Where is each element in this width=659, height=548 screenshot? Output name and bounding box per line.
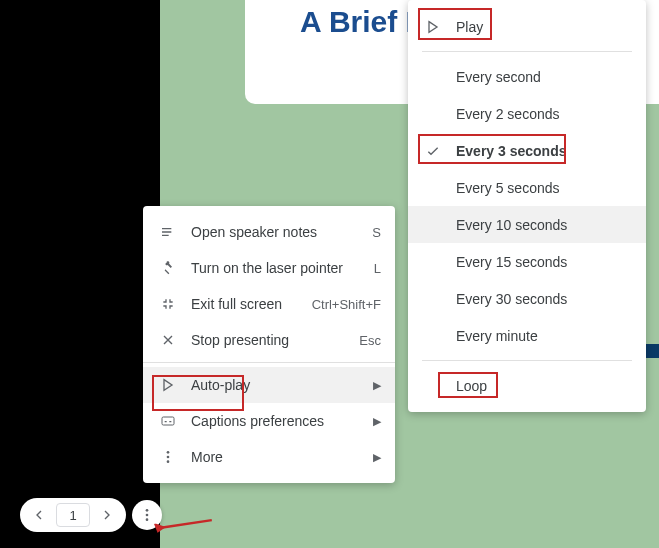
menu-item-captions-preferences[interactable]: Captions preferences ▶	[143, 403, 395, 439]
menu-item-stop-presenting[interactable]: Stop presenting Esc	[143, 322, 395, 358]
menu-shortcut: S	[372, 225, 381, 240]
menu-label: Exit full screen	[179, 296, 312, 312]
menu-label: Turn on the laser pointer	[179, 260, 374, 276]
menu-item-auto-play[interactable]: Auto-play ▶	[143, 367, 395, 403]
menu-label: Stop presenting	[179, 332, 359, 348]
submenu-label: Every 10 seconds	[444, 217, 632, 233]
menu-shortcut: Esc	[359, 333, 381, 348]
svg-point-4	[146, 509, 149, 512]
submenu-label: Every 3 seconds	[444, 143, 632, 159]
submenu-item-every-5-seconds[interactable]: Every 5 seconds	[408, 169, 646, 206]
prev-slide-button[interactable]	[26, 502, 52, 528]
more-vertical-icon	[157, 449, 179, 465]
menu-shortcut: L	[374, 261, 381, 276]
slide-controls: 1	[20, 498, 162, 532]
play-icon	[422, 19, 444, 35]
page-number[interactable]: 1	[56, 503, 90, 527]
menu-label: Captions preferences	[179, 413, 373, 429]
svg-point-2	[167, 456, 170, 459]
svg-point-6	[146, 518, 149, 521]
submenu-item-loop[interactable]: Loop	[408, 367, 646, 404]
menu-label: Auto-play	[179, 377, 373, 393]
submenu-item-play[interactable]: Play	[408, 8, 646, 45]
submenu-item-every-15-seconds[interactable]: Every 15 seconds	[408, 243, 646, 280]
menu-item-open-speaker-notes[interactable]: Open speaker notes S	[143, 214, 395, 250]
svg-point-3	[167, 460, 170, 463]
submenu-arrow-icon: ▶	[373, 379, 381, 392]
captions-icon	[157, 413, 179, 429]
menu-item-more[interactable]: More ▶	[143, 439, 395, 475]
next-slide-button[interactable]	[94, 502, 120, 528]
presenter-context-menu: Open speaker notes S Turn on the laser p…	[143, 206, 395, 483]
submenu-label: Every 2 seconds	[444, 106, 632, 122]
exit-fullscreen-icon	[157, 296, 179, 312]
submenu-item-every-10-seconds[interactable]: Every 10 seconds	[408, 206, 646, 243]
svg-rect-0	[162, 417, 174, 425]
notes-icon	[157, 224, 179, 240]
submenu-label: Every 30 seconds	[444, 291, 632, 307]
submenu-label: Every 5 seconds	[444, 180, 632, 196]
submenu-arrow-icon: ▶	[373, 451, 381, 464]
submenu-label: Every second	[444, 69, 632, 85]
play-icon	[157, 377, 179, 393]
menu-label: Open speaker notes	[179, 224, 372, 240]
menu-item-laser-pointer[interactable]: Turn on the laser pointer L	[143, 250, 395, 286]
menu-item-exit-full-screen[interactable]: Exit full screen Ctrl+Shift+F	[143, 286, 395, 322]
svg-point-1	[167, 451, 170, 454]
submenu-item-every-3-seconds[interactable]: Every 3 seconds	[408, 132, 646, 169]
laser-icon	[157, 260, 179, 276]
menu-shortcut: Ctrl+Shift+F	[312, 297, 381, 312]
submenu-label: Loop	[444, 378, 632, 394]
menu-label: More	[179, 449, 373, 465]
submenu-label: Play	[444, 19, 632, 35]
check-icon	[422, 143, 444, 159]
submenu-item-every-2-seconds[interactable]: Every 2 seconds	[408, 95, 646, 132]
submenu-label: Every minute	[444, 328, 632, 344]
submenu-arrow-icon: ▶	[373, 415, 381, 428]
page-navigator: 1	[20, 498, 126, 532]
autoplay-submenu: Play Every second Every 2 seconds Every …	[408, 0, 646, 412]
svg-point-5	[146, 514, 149, 517]
submenu-item-every-minute[interactable]: Every minute	[408, 317, 646, 354]
close-icon	[157, 332, 179, 348]
submenu-label: Every 15 seconds	[444, 254, 632, 270]
submenu-item-every-second[interactable]: Every second	[408, 58, 646, 95]
submenu-item-every-30-seconds[interactable]: Every 30 seconds	[408, 280, 646, 317]
